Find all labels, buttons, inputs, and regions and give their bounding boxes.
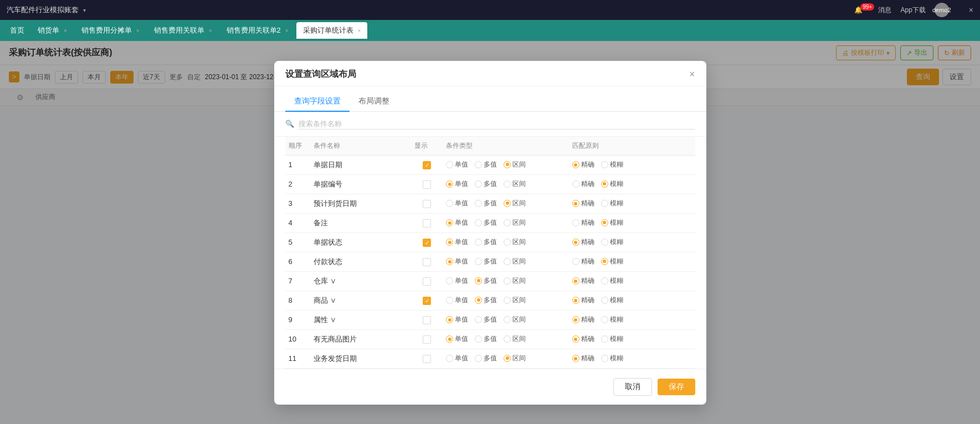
type-radio-多值[interactable]: 多值: [475, 160, 497, 169]
type-radio-区间[interactable]: 区间: [504, 315, 526, 324]
search-input[interactable]: [299, 118, 695, 130]
match-radio-模糊[interactable]: 模糊: [601, 179, 623, 189]
app-dropdown-icon[interactable]: ▾: [83, 7, 86, 13]
table-row: 11业务发货日期单值多值区间精确模糊: [285, 349, 695, 368]
dialog-close-button[interactable]: ×: [689, 69, 695, 80]
row-show[interactable]: [411, 232, 443, 252]
match-radio-模糊[interactable]: 模糊: [601, 199, 623, 208]
type-radio-区间[interactable]: 区间: [504, 257, 526, 266]
type-radio-单值[interactable]: 单值: [446, 160, 468, 169]
match-radio-精确[interactable]: 精确: [572, 354, 594, 363]
type-radio-区间[interactable]: 区间: [504, 296, 526, 305]
tab-purchase-stats[interactable]: 采购订单统计表 ×: [296, 22, 368, 39]
type-radio-多值[interactable]: 多值: [475, 354, 497, 363]
show-checkbox[interactable]: [423, 355, 431, 363]
type-radio-多值[interactable]: 多值: [475, 334, 497, 344]
type-radio-区间[interactable]: 区间: [504, 179, 526, 189]
close-tab-purchase-stats[interactable]: ×: [358, 28, 361, 34]
dialog-tab-layout[interactable]: 布局调整: [350, 92, 398, 112]
row-show[interactable]: [411, 174, 443, 194]
show-checkbox[interactable]: [423, 161, 431, 169]
match-radio-精确[interactable]: 精确: [572, 276, 594, 286]
radio-circle: [446, 335, 453, 343]
type-radio-区间[interactable]: 区间: [504, 276, 526, 286]
match-radio-模糊[interactable]: 模糊: [601, 218, 623, 227]
type-radio-多值[interactable]: 多值: [475, 199, 497, 208]
show-checkbox[interactable]: [423, 316, 431, 324]
match-radio-模糊[interactable]: 模糊: [601, 296, 623, 305]
close-tab-sales-fee[interactable]: ×: [136, 28, 140, 34]
match-radio-精确[interactable]: 精确: [572, 218, 594, 227]
tab-home[interactable]: 首页: [4, 25, 30, 35]
type-radio-区间[interactable]: 区间: [504, 218, 526, 227]
row-show[interactable]: [411, 329, 443, 349]
type-radio-单值[interactable]: 单值: [446, 296, 468, 305]
type-radio-单值[interactable]: 单值: [446, 334, 468, 344]
show-checkbox[interactable]: [423, 335, 431, 344]
type-radio-多值[interactable]: 多值: [475, 315, 497, 324]
close-tab-sales-order[interactable]: ×: [64, 28, 67, 34]
row-show[interactable]: [411, 310, 443, 329]
show-checkbox[interactable]: [423, 200, 431, 208]
type-radio-区间[interactable]: 区间: [504, 354, 526, 363]
show-checkbox[interactable]: [423, 239, 431, 247]
match-radio-模糊[interactable]: 模糊: [601, 276, 623, 286]
match-radio-精确[interactable]: 精确: [572, 315, 594, 324]
show-checkbox[interactable]: [423, 180, 431, 189]
tab-sales-fee2[interactable]: 销售费用关联单 ×: [147, 22, 219, 39]
type-radio-区间[interactable]: 区间: [504, 237, 526, 247]
type-radio-单值[interactable]: 单值: [446, 276, 468, 286]
type-radio-区间[interactable]: 区间: [504, 160, 526, 169]
show-checkbox[interactable]: [423, 297, 431, 305]
match-radio-精确[interactable]: 精确: [572, 237, 594, 247]
type-radio-单值[interactable]: 单值: [446, 315, 468, 324]
type-radio-多值[interactable]: 多值: [475, 179, 497, 189]
type-radio-多值[interactable]: 多值: [475, 296, 497, 305]
notification-icon[interactable]: 🔔99+ 消息: [854, 6, 891, 15]
match-radio-精确[interactable]: 精确: [572, 199, 594, 208]
tab-sales-order[interactable]: 销货单 ×: [31, 22, 74, 39]
tab-sales-fee[interactable]: 销售费用分摊单 ×: [75, 22, 146, 39]
type-radio-多值[interactable]: 多值: [475, 218, 497, 227]
save-button[interactable]: 保存: [658, 379, 695, 395]
row-show[interactable]: [411, 291, 443, 310]
row-show[interactable]: [411, 271, 443, 291]
close-tab-sales-fee2[interactable]: ×: [209, 28, 212, 34]
type-radio-单值[interactable]: 单值: [446, 354, 468, 363]
match-radio-精确[interactable]: 精确: [572, 179, 594, 189]
type-radio-单值[interactable]: 单值: [446, 199, 468, 208]
type-radio-单值[interactable]: 单值: [446, 218, 468, 227]
match-radio-模糊[interactable]: 模糊: [601, 354, 623, 363]
match-radio-精确[interactable]: 精确: [572, 334, 594, 344]
tab-sales-fee3[interactable]: 销售费用关联单2 ×: [220, 22, 295, 39]
show-checkbox[interactable]: [423, 219, 431, 227]
match-radio-模糊[interactable]: 模糊: [601, 160, 623, 169]
match-radio-精确[interactable]: 精确: [572, 257, 594, 266]
type-radio-单值[interactable]: 单值: [446, 237, 468, 247]
row-show[interactable]: [411, 194, 443, 213]
show-checkbox[interactable]: [423, 277, 431, 286]
type-radio-多值[interactable]: 多值: [475, 276, 497, 286]
type-radio-区间[interactable]: 区间: [504, 334, 526, 344]
dialog-tab-query[interactable]: 查询字段设置: [285, 92, 350, 112]
match-radio-模糊[interactable]: 模糊: [601, 257, 623, 266]
match-radio-精确[interactable]: 精确: [572, 160, 594, 169]
cancel-button[interactable]: 取消: [613, 378, 652, 396]
type-radio-单值[interactable]: 单值: [446, 179, 468, 189]
row-show[interactable]: [411, 155, 443, 174]
top-bar-close[interactable]: ×: [969, 6, 973, 14]
row-show[interactable]: [411, 252, 443, 271]
row-show[interactable]: [411, 213, 443, 232]
type-radio-区间[interactable]: 区间: [504, 199, 526, 208]
match-radio-模糊[interactable]: 模糊: [601, 334, 623, 344]
match-radio-模糊[interactable]: 模糊: [601, 315, 623, 324]
type-radio-多值[interactable]: 多值: [475, 237, 497, 247]
match-radio-精确[interactable]: 精确: [572, 296, 594, 305]
match-radio-模糊[interactable]: 模糊: [601, 237, 623, 247]
type-radio-多值[interactable]: 多值: [475, 257, 497, 266]
row-show[interactable]: [411, 349, 443, 368]
type-radio-单值[interactable]: 单值: [446, 257, 468, 266]
close-tab-sales-fee3[interactable]: ×: [285, 28, 289, 34]
show-checkbox[interactable]: [423, 258, 431, 266]
app-download[interactable]: App下载: [900, 6, 925, 15]
